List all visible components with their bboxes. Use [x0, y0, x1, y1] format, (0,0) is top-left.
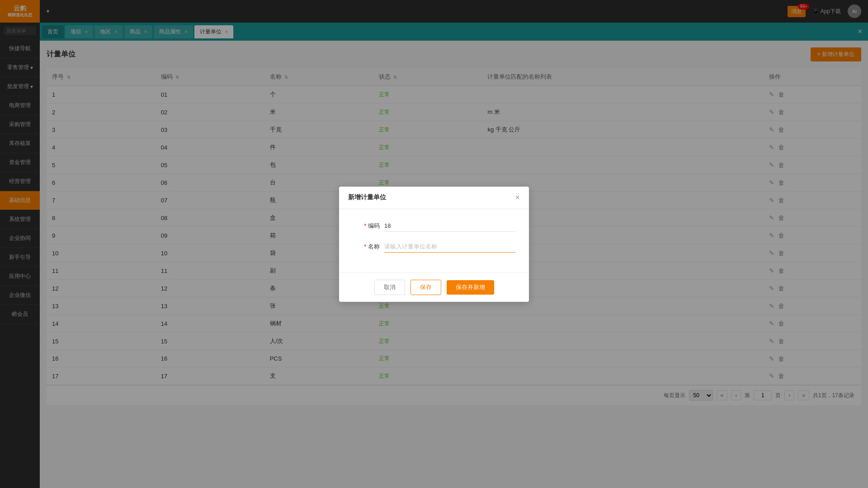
form-row-code: 编码 [353, 220, 515, 232]
name-input[interactable] [384, 241, 515, 253]
modal-close-button[interactable]: × [515, 193, 520, 202]
cancel-button[interactable]: 取消 [374, 280, 405, 295]
form-row-name: 名称 [353, 241, 515, 253]
modal-footer: 取消 保存 保存并新增 [339, 272, 529, 302]
add-unit-modal: 新增计量单位 × 编码 名称 取消 保存 保存并新增 [339, 187, 529, 302]
modal-header: 新增计量单位 × [339, 187, 529, 209]
modal-body: 编码 名称 [339, 209, 529, 272]
name-label: 名称 [353, 243, 380, 251]
code-input[interactable] [384, 220, 515, 232]
modal-overlay[interactable]: 新增计量单位 × 编码 名称 取消 保存 保存并新增 [0, 0, 868, 488]
code-label: 编码 [353, 222, 380, 230]
save-and-continue-button[interactable]: 保存并新增 [447, 280, 494, 295]
save-button[interactable]: 保存 [410, 280, 441, 295]
modal-title: 新增计量单位 [348, 193, 386, 202]
